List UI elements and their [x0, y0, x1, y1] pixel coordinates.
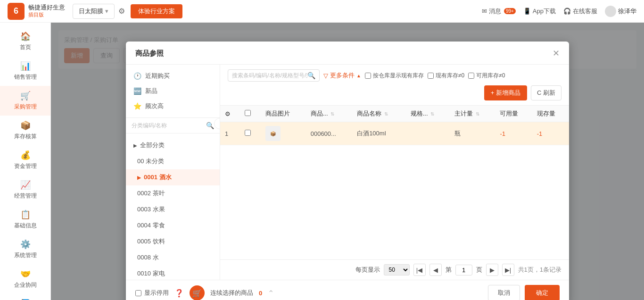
col-stock: 现存量	[532, 106, 569, 122]
col-unit: 主计量 ⇅	[450, 106, 495, 122]
table-row[interactable]: 1 📦 000600... 白酒100ml 瓶	[220, 122, 569, 145]
row-checkbox	[240, 122, 261, 145]
row-spec	[406, 122, 450, 145]
expand-active-icon: ▶	[137, 175, 141, 180]
category-0008[interactable]: 0008 水	[126, 250, 220, 266]
category-all[interactable]: ▶ 全部分类	[126, 137, 220, 153]
modal-body: 🕐 近期购买 🆕 新品 ⭐ 频次高	[126, 65, 569, 280]
page-info: 共1页，1条记录	[518, 266, 561, 274]
modal-overlay: 商品参照 ✕ 🕐 近期购买 🆕	[51, 23, 644, 300]
category-0003[interactable]: 0003 水果	[126, 201, 220, 217]
category-0002[interactable]: 0002 茶叶	[126, 185, 220, 201]
row-num: 1	[220, 122, 240, 145]
help-icon[interactable]: ❓	[174, 289, 184, 298]
sidebar-item-home[interactable]: 🏠 首页	[0, 26, 50, 56]
row-image: 📦	[261, 122, 305, 145]
star-icon: ⭐	[133, 102, 141, 110]
phone-icon: 📱	[523, 8, 531, 15]
modal-footer: 显示停用 ❓ 🛒 连续选择的商品 0 ⌃ 取消 确定	[126, 280, 569, 300]
headset-icon: 🎧	[563, 8, 571, 15]
user-profile[interactable]: 徐泽华	[605, 6, 636, 17]
product-search-box: 🔍	[228, 69, 320, 82]
next-page-button[interactable]: ▶	[486, 264, 498, 276]
filter-warehouse-checkbox[interactable]: 按仓库显示现有库存	[365, 72, 424, 80]
category-0001[interactable]: ▶ 0001 酒水	[126, 169, 220, 185]
sidebar-item-finance[interactable]: 💰 资金管理	[0, 145, 50, 175]
logo-text: 畅捷通好生意 插目版	[28, 4, 65, 19]
chevron-up-icon: ▲	[356, 73, 361, 78]
more-filters-button[interactable]: ▽ 更多条件 ▲	[323, 71, 361, 80]
sidebar-item-sales[interactable]: 📊 销售管理	[0, 56, 50, 86]
col-checkbox	[240, 106, 261, 122]
row-code: 000600...	[306, 122, 352, 145]
new-icon: 🆕	[133, 87, 141, 95]
home-icon: 🏠	[20, 31, 31, 42]
top-navigation: 6 畅捷通好生意 插目版 日太阳膜 ▾ ⚙ 体验行业方案 ✉ 消息 99+ 📱 …	[0, 0, 644, 23]
col-available: 可用量	[495, 106, 532, 122]
col-spec: 规格... ⇅	[406, 106, 450, 122]
sidebar-item-guide[interactable]: 📘 新手引导	[0, 294, 50, 300]
sidebar-item-enterprise[interactable]: 🤝 企业协同	[0, 264, 50, 294]
sidebar-item-inventory[interactable]: 📦 库存核算	[0, 116, 50, 145]
category-0010[interactable]: 0010 家电	[126, 266, 220, 280]
modal-close-button[interactable]: ✕	[553, 48, 560, 58]
try-industry-button[interactable]: 体验行业方案	[131, 4, 182, 18]
last-page-button[interactable]: ▶|	[502, 264, 514, 276]
store-selector[interactable]: 日太阳膜 ▾	[73, 4, 115, 19]
prev-page-button[interactable]: ◀	[429, 264, 442, 276]
clock-icon: 🕐	[133, 72, 141, 80]
enterprise-icon: 🤝	[20, 269, 31, 279]
cancel-button[interactable]: 取消	[488, 285, 520, 300]
quick-link-new[interactable]: 🆕 新品	[126, 83, 220, 99]
nav-right: ✉ 消息 99+ 📱 App下载 🎧 在线客服 徐泽华	[482, 6, 636, 17]
sidebar-item-system[interactable]: ⚙️ 系统管理	[0, 234, 50, 264]
first-page-button[interactable]: |◀	[413, 264, 426, 276]
product-search-input[interactable]	[232, 72, 307, 79]
action-buttons: + 新增商品 C 刷新	[484, 85, 561, 100]
product-panel: 🔍 ▽ 更多条件 ▲ 按仓库显示现有库存	[220, 65, 569, 280]
show-disabled-checkbox[interactable]: 显示停用	[135, 289, 169, 297]
category-0004[interactable]: 0004 零食	[126, 217, 220, 233]
filter-existing-stock-checkbox[interactable]: 现有库存≠0	[428, 72, 464, 80]
add-product-button[interactable]: + 新增商品	[484, 85, 527, 100]
row-stock: -1	[532, 122, 569, 145]
confirm-button[interactable]: 确定	[525, 285, 560, 300]
purchase-icon: 🛒	[20, 91, 31, 101]
category-search-icon[interactable]: 🔍	[206, 122, 214, 129]
filter-bar: 🔍 ▽ 更多条件 ▲ 按仓库显示现有库存	[220, 65, 569, 106]
messages-item[interactable]: ✉ 消息 99+	[482, 7, 516, 16]
sidebar-item-operation[interactable]: 📈 经营管理	[0, 175, 50, 205]
sidebar-item-purchase[interactable]: 🛒 采购管理	[0, 86, 50, 116]
per-page-select[interactable]: 10 20 50 100	[384, 264, 410, 275]
logo-area: 6 畅捷通好生意 插目版	[8, 3, 65, 20]
product-image: 📦	[265, 126, 281, 141]
basic-info-icon: 📋	[20, 209, 31, 220]
operation-icon: 📈	[20, 180, 31, 190]
refresh-button[interactable]: C 刷新	[531, 85, 561, 100]
gear-icon[interactable]: ⚙	[225, 110, 231, 117]
cart-icon[interactable]: 🛒	[190, 285, 205, 300]
row-name: 白酒100ml	[352, 122, 406, 145]
quick-links: 🕐 近期购买 🆕 新品 ⭐ 频次高	[126, 65, 220, 118]
table-header-row: ⚙ 商品图片 商品... ⇅ 商品名称 ⇅ 规格... ⇅ 主计量 ⇅ 可用量	[220, 106, 569, 122]
category-search: 🔍	[126, 118, 220, 133]
category-0005[interactable]: 0005 饮料	[126, 233, 220, 250]
product-search-button[interactable]: 🔍	[307, 72, 315, 79]
settings-icon[interactable]: ⚙	[118, 7, 125, 16]
collapse-selected-icon[interactable]: ⌃	[268, 289, 274, 298]
row-available: -1	[495, 122, 532, 145]
avatar	[605, 6, 616, 17]
page-number-input[interactable]	[455, 265, 472, 275]
quick-link-frequent[interactable]: ⭐ 频次高	[126, 99, 220, 114]
category-list: ▶ 全部分类 00 未分类 ▶ 0001 酒水 0002 茶	[126, 133, 220, 280]
app-download-item[interactable]: 📱 App下载	[523, 7, 556, 16]
online-service-item[interactable]: 🎧 在线客服	[563, 7, 597, 16]
sidebar-item-basic-info[interactable]: 📋 基础信息	[0, 205, 50, 234]
col-settings: ⚙	[220, 106, 240, 122]
category-00[interactable]: 00 未分类	[126, 153, 220, 169]
logo-icon: 6	[8, 3, 25, 20]
category-search-input[interactable]	[132, 122, 206, 129]
select-all-checkbox[interactable]	[245, 110, 251, 116]
quick-link-recent[interactable]: 🕐 近期购买	[126, 68, 220, 83]
filter-available-stock-checkbox[interactable]: 可用库存≠0	[468, 72, 505, 80]
